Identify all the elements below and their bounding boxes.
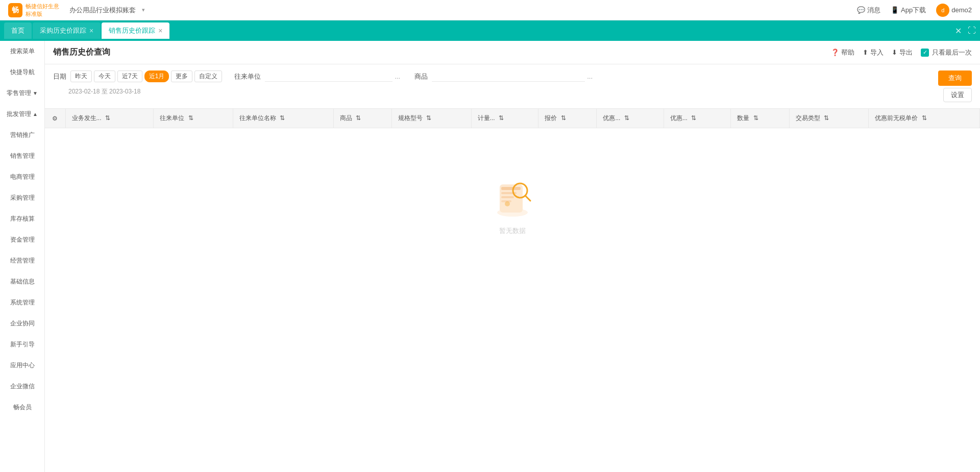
query-button[interactable]: 查询	[938, 70, 972, 86]
partner-input-group: ...	[265, 70, 402, 82]
app-download-button[interactable]: 📱 App下载	[891, 6, 926, 15]
svg-rect-2	[501, 187, 521, 190]
top-bar: 畅 畅捷信好生意 标准版 办公用品行业模拟账套 ▾ 💬 消息 📱 App下载 d…	[0, 0, 980, 20]
logo-text: 畅捷信好生意 标准版	[26, 3, 59, 17]
table-col-partner[interactable]: 往来单位 ⇅	[154, 109, 233, 128]
date-btn-7days[interactable]: 近7天	[117, 70, 142, 82]
filter-area: 日期 昨天 今天 近7天 近1月 更多 自定义 2023-02-18 至 202…	[45, 64, 980, 109]
table-col-unit[interactable]: 计量... ⇅	[471, 109, 538, 128]
date-buttons: 昨天 今天 近7天 近1月 更多 自定义	[70, 70, 222, 82]
tab-home[interactable]: 首页	[4, 22, 32, 39]
table-col-discount2[interactable]: 优惠... ⇅	[664, 109, 731, 128]
product-filter-group: 商品 ...	[414, 70, 595, 82]
sidebar-item-quicknav[interactable]: 快捷导航	[0, 62, 44, 83]
table-col-spec[interactable]: 规格型号 ⇅	[392, 109, 472, 128]
user-menu[interactable]: d demo2	[936, 4, 972, 17]
empty-state: 暂无数据	[45, 128, 980, 276]
partner-input[interactable]	[265, 72, 393, 82]
page-header: 销售历史价查询 ❓ 帮助 ⬆ 导入 ⬇ 导出 ✓ 只看最后一次	[45, 41, 980, 64]
tab-close-purchase[interactable]: ×	[89, 27, 93, 35]
date-btn-yesterday[interactable]: 昨天	[70, 70, 92, 82]
partner-dots-button[interactable]: ...	[393, 70, 402, 82]
sort-price-icon: ⇅	[561, 114, 566, 122]
main-layout: 搜索菜单 快捷导航 零售管理 ▼ 批发管理 ▲ 营销推广 销售管理 电商管理 采…	[0, 41, 980, 472]
table-col-partnername[interactable]: 往来单位名称 ⇅	[233, 109, 333, 128]
sidebar-item-finance[interactable]: 资金管理	[0, 229, 44, 250]
table-col-pretaxprice[interactable]: 优惠前无税单价 ⇅	[869, 109, 980, 128]
table-col-bizdate[interactable]: 业务发生... ⇅	[65, 109, 154, 128]
help-button[interactable]: ❓ 帮助	[831, 48, 854, 57]
logo-area: 畅 畅捷信好生意 标准版	[8, 3, 59, 17]
sidebar-item-guide[interactable]: 新手引导	[0, 334, 44, 355]
partner-filter-group: 往来单位 ...	[234, 70, 402, 82]
table-col-txtype[interactable]: 交易类型 ⇅	[789, 109, 869, 128]
product-dots-button[interactable]: ...	[585, 70, 595, 82]
sort-partner-icon: ⇅	[188, 114, 193, 122]
sidebar-item-wholesale[interactable]: 批发管理 ▲	[0, 104, 44, 125]
svg-line-7	[525, 196, 530, 201]
empty-illustration	[487, 169, 538, 220]
sidebar-item-appcenter[interactable]: 应用中心	[0, 355, 44, 376]
content-area: 销售历史价查询 ❓ 帮助 ⬆ 导入 ⬇ 导出 ✓ 只看最后一次	[45, 41, 980, 472]
sidebar: 搜索菜单 快捷导航 零售管理 ▼ 批发管理 ▲ 营销推广 销售管理 电商管理 采…	[0, 41, 45, 472]
empty-text: 暂无数据	[499, 226, 526, 235]
sidebar-item-retail[interactable]: 零售管理 ▼	[0, 83, 44, 104]
sidebar-item-basic[interactable]: 基础信息	[0, 271, 44, 292]
sort-qty-icon: ⇅	[753, 114, 758, 122]
phone-icon: 📱	[891, 6, 899, 14]
message-button[interactable]: 💬 消息	[857, 6, 880, 15]
sort-txtype-icon: ⇅	[824, 114, 829, 122]
sidebar-item-sales[interactable]: 销售管理	[0, 146, 44, 167]
sidebar-item-marketing[interactable]: 营销推广	[0, 125, 44, 146]
page-title: 销售历史价查询	[53, 47, 110, 58]
checkbox-icon: ✓	[921, 49, 929, 57]
sidebar-item-operations[interactable]: 经营管理	[0, 250, 44, 271]
expand-icon[interactable]: ⛶	[968, 26, 976, 35]
sidebar-item-inventory[interactable]: 库存核算	[0, 208, 44, 229]
table-col-product[interactable]: 商品 ⇅	[333, 109, 391, 128]
sort-pretaxprice-icon: ⇅	[922, 114, 927, 122]
action-buttons: 查询 设置	[938, 70, 972, 102]
date-range: 2023-02-18 至 2023-03-18	[68, 87, 140, 96]
sidebar-item-member[interactable]: 畅会员	[0, 397, 44, 418]
date-btn-1month[interactable]: 近1月	[144, 70, 169, 82]
table-settings-col[interactable]: ⚙	[45, 109, 65, 128]
import-button[interactable]: ⬆ 导入	[863, 48, 884, 57]
sidebar-item-ecommerce[interactable]: 电商管理	[0, 167, 44, 187]
wholesale-arrow-icon: ▲	[33, 111, 38, 117]
help-icon: ❓	[831, 49, 839, 56]
sort-unit-icon: ⇅	[499, 114, 504, 122]
table-col-qty[interactable]: 数量 ⇅	[731, 109, 789, 128]
setting-button[interactable]: 设置	[943, 88, 972, 102]
only-last-toggle[interactable]: ✓ 只看最后一次	[921, 48, 972, 57]
workspace-dropdown[interactable]: ▾	[142, 7, 145, 13]
tab-close-sales[interactable]: ×	[158, 27, 162, 35]
product-input[interactable]	[432, 72, 585, 82]
table-col-discount1[interactable]: 优惠... ⇅	[597, 109, 664, 128]
tab-sales-history[interactable]: 销售历史价跟踪 ×	[102, 22, 169, 39]
date-btn-more[interactable]: 更多	[171, 70, 192, 82]
sidebar-item-wxwork[interactable]: 企业微信	[0, 376, 44, 397]
svg-rect-4	[501, 196, 514, 198]
date-btn-custom[interactable]: 自定义	[194, 70, 222, 82]
close-tab-icon[interactable]: ✕	[955, 26, 962, 36]
date-label: 日期	[53, 72, 66, 81]
table-header-row: ⚙ 业务发生... ⇅ 往来单位 ⇅ 往来单位名称 ⇅	[45, 109, 980, 128]
date-filter-group: 日期 昨天 今天 近7天 近1月 更多 自定义 2023-02-18 至 202…	[53, 70, 222, 96]
export-button[interactable]: ⬇ 导出	[892, 48, 913, 57]
sidebar-item-search[interactable]: 搜索菜单	[0, 41, 44, 62]
sidebar-item-purchase[interactable]: 采购管理	[0, 187, 44, 208]
sidebar-item-enterprise[interactable]: 企业协同	[0, 313, 44, 334]
chat-icon: 💬	[857, 6, 865, 14]
date-btn-today[interactable]: 今天	[94, 70, 115, 82]
product-input-group: ...	[432, 70, 595, 82]
sidebar-item-system[interactable]: 系统管理	[0, 292, 44, 313]
tab-purchase-history[interactable]: 采购历史价跟踪 ×	[33, 22, 101, 39]
workspace-title: 办公用品行业模拟账套	[69, 6, 136, 15]
export-icon: ⬇	[892, 49, 897, 56]
tab-bar-actions: ✕ ⛶	[955, 26, 976, 36]
settings-icon: ⚙	[52, 115, 58, 122]
sort-discount1-icon: ⇅	[624, 114, 629, 122]
table-col-price[interactable]: 报价 ⇅	[538, 109, 597, 128]
sort-partnername-icon: ⇅	[280, 114, 285, 122]
